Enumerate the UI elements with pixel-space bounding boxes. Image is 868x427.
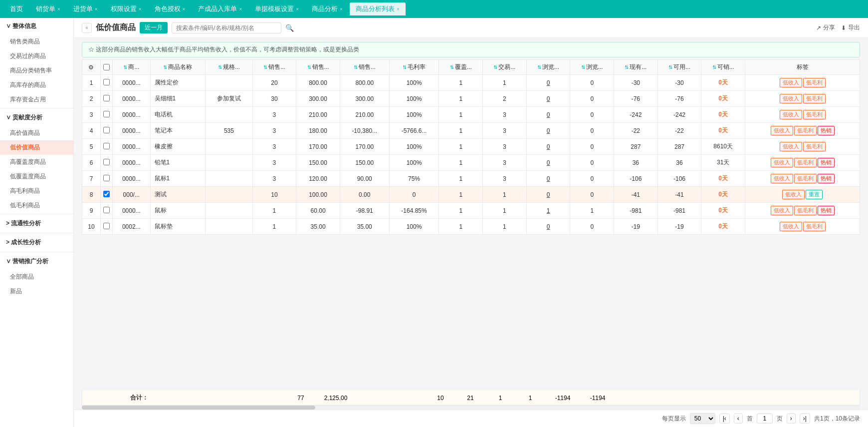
row-select-checkbox[interactable] — [103, 127, 110, 133]
search-icon[interactable]: 🔍 — [285, 24, 294, 32]
nav-role-auth[interactable]: 角色授权 × — [149, 2, 192, 15]
col-browse1[interactable]: ⇅浏览... — [526, 60, 570, 75]
row-checkbox[interactable] — [100, 75, 112, 91]
nav-template-settings[interactable]: 单据模板设置 × — [249, 2, 305, 15]
search-input[interactable] — [172, 22, 281, 33]
nav-permission-settings[interactable]: 权限设置 × — [105, 2, 148, 15]
sidebar-group-overall[interactable]: ∨ 整体信息 — [0, 18, 73, 34]
sidebar-item-traded-products[interactable]: 交易过的商品 — [0, 49, 73, 63]
row-select-checkbox[interactable] — [103, 175, 110, 181]
next-page-button[interactable]: › — [787, 414, 796, 424]
row-checkbox[interactable] — [100, 91, 112, 107]
page-size-select[interactable]: 50 100 200 — [690, 413, 715, 424]
nav-sales-order-close[interactable]: × — [57, 6, 60, 12]
sidebar-group-contribution[interactable]: ∨ 贡献度分析 — [0, 109, 73, 126]
row-select-checkbox[interactable] — [103, 111, 110, 117]
sidebar-item-all-products[interactable]: 全部商品 — [0, 270, 73, 284]
sidebar-item-low-value[interactable]: 低价值商品 — [0, 140, 73, 155]
row-browse1[interactable]: 1 — [526, 203, 570, 219]
sidebar-group-circulation[interactable]: > 流通性分析 — [0, 215, 73, 232]
sidebar-item-low-margin[interactable]: 低毛利商品 — [0, 198, 73, 213]
row-browse1[interactable]: 0 — [526, 155, 570, 171]
row-browse1[interactable]: 0 — [526, 123, 570, 139]
col-checkbox[interactable] — [100, 60, 112, 75]
row-checkbox[interactable] — [100, 203, 112, 219]
row-browse1[interactable]: 0 — [526, 219, 570, 235]
nav-product-analysis-list-close[interactable]: × — [397, 6, 400, 12]
sidebar-item-high-value[interactable]: 高价值商品 — [0, 126, 73, 140]
nav-home[interactable]: 首页 — [4, 2, 29, 15]
row-browse1[interactable]: 0 — [526, 171, 570, 187]
col-settings[interactable]: ⚙ — [82, 60, 101, 75]
nav-product-inbound[interactable]: 产成品入库单 × — [192, 2, 248, 15]
table-container[interactable]: ⚙ ⇅商... ⇅商品名称 ⇅规格... ⇅销售... ⇅销售... ⇅销售..… — [74, 59, 868, 391]
col-trade[interactable]: ⇅交易... — [483, 60, 527, 75]
row-browse1[interactable]: 0 — [526, 91, 570, 107]
nav-purchase-order-close[interactable]: × — [95, 6, 98, 12]
sidebar-group-growth[interactable]: > 成长性分析 — [0, 234, 73, 251]
nav-role-auth-close[interactable]: × — [183, 6, 186, 12]
select-all-checkbox[interactable] — [103, 64, 110, 70]
nav-product-inbound-close[interactable]: × — [239, 6, 242, 12]
row-browse1[interactable]: 0 — [526, 139, 570, 155]
col-browse2[interactable]: ⇅浏览... — [570, 60, 614, 75]
row-browse1[interactable]: 0 — [526, 107, 570, 123]
nav-product-analysis-close[interactable]: × — [340, 6, 343, 12]
prev-page-button[interactable]: ‹ — [734, 414, 743, 424]
col-saleable[interactable]: ⇅可销... — [701, 60, 745, 75]
sidebar-item-high-stock[interactable]: 高库存的商品 — [0, 78, 73, 92]
scrollbar-thumb[interactable] — [82, 406, 315, 410]
col-code[interactable]: ⇅商... — [112, 60, 150, 75]
sidebar-group-marketing[interactable]: ∨ 营销推广分析 — [0, 253, 73, 270]
col-sales-qty[interactable]: ⇅销售... — [252, 60, 296, 75]
row-checkbox[interactable] — [100, 155, 112, 171]
nav-product-analysis[interactable]: 商品分析 × — [306, 2, 349, 15]
last-page-button[interactable]: ›| — [800, 414, 810, 424]
col-coverage[interactable]: ⇅覆盖... — [439, 60, 483, 75]
sidebar-item-category-sales[interactable]: 商品分类销售率 — [0, 63, 73, 78]
nav-permission-close[interactable]: × — [139, 6, 142, 12]
sidebar-item-high-margin[interactable]: 高毛利商品 — [0, 184, 73, 198]
sidebar-item-high-coverage[interactable]: 高覆盖度商品 — [0, 155, 73, 169]
row-select-checkbox[interactable] — [103, 95, 110, 101]
row-browse1[interactable]: 0 — [526, 75, 570, 91]
share-button[interactable]: ↗ 分享 — [816, 23, 835, 32]
row-checkbox[interactable] — [100, 107, 112, 123]
sort-icon-avail: ⇅ — [668, 64, 672, 70]
page-number-input[interactable] — [757, 414, 773, 424]
row-select-checkbox[interactable] — [103, 143, 110, 149]
row-select-checkbox[interactable] — [103, 191, 110, 197]
sidebar-item-low-coverage[interactable]: 低覆盖度商品 — [0, 169, 73, 184]
row-checkbox[interactable] — [100, 187, 112, 203]
row-select-checkbox[interactable] — [103, 207, 110, 213]
row-checkbox[interactable] — [100, 123, 112, 139]
col-sales-price[interactable]: ⇅销售... — [340, 60, 389, 75]
row-select-checkbox[interactable] — [103, 223, 110, 229]
row-checkbox[interactable] — [100, 171, 112, 187]
col-gross-rate[interactable]: ⇅毛利率 — [389, 60, 439, 75]
nav-purchase-order[interactable]: 进货单 × — [67, 2, 104, 15]
filter-recent-month[interactable]: 近一月 — [140, 22, 168, 33]
collapse-button[interactable]: « — [82, 23, 92, 33]
col-name[interactable]: ⇅商品名称 — [150, 60, 206, 75]
row-checkbox[interactable] — [100, 219, 112, 235]
col-spec[interactable]: ⇅规格... — [206, 60, 252, 75]
nav-product-analysis-list[interactable]: 商品分析列表 × — [350, 2, 406, 15]
sidebar-item-new-products[interactable]: 新品 — [0, 284, 73, 299]
horizontal-scrollbar[interactable] — [82, 406, 860, 410]
row-select-checkbox[interactable] — [103, 159, 110, 165]
sidebar-item-stock-capital[interactable]: 库存资金占用 — [0, 92, 73, 107]
row-spec — [206, 75, 252, 91]
col-current[interactable]: ⇅现有... — [614, 60, 658, 75]
sidebar-item-sales-products[interactable]: 销售类商品 — [0, 34, 73, 49]
row-checkbox[interactable] — [100, 139, 112, 155]
nav-sales-order[interactable]: 销货单 × — [30, 2, 66, 15]
col-available[interactable]: ⇅可用... — [657, 60, 701, 75]
nav-template-close[interactable]: × — [296, 6, 299, 12]
first-page-button[interactable]: |‹ — [719, 414, 730, 424]
row-select-checkbox[interactable] — [103, 79, 110, 85]
col-sales-amt[interactable]: ⇅销售... — [296, 60, 340, 75]
row-browse1[interactable]: 0 — [526, 187, 570, 203]
row-trade: 1 — [483, 75, 527, 91]
export-button[interactable]: ⬇ 导出 — [841, 23, 860, 32]
